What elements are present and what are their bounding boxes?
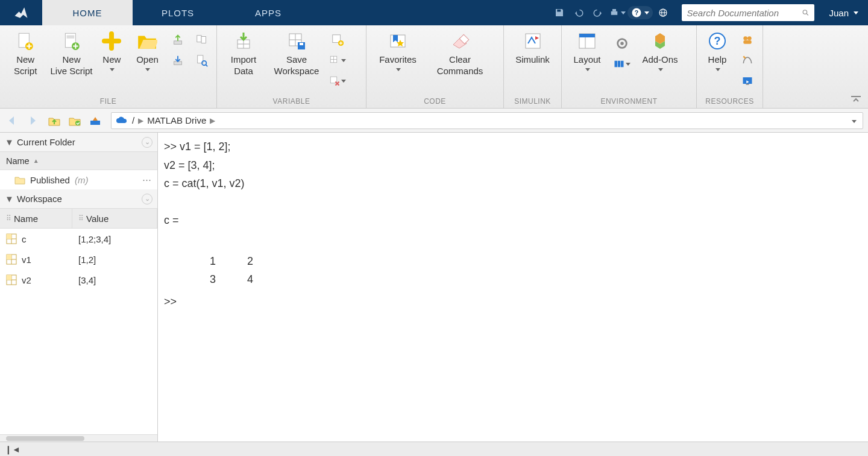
left-scrollbar[interactable] (0, 434, 157, 442)
request-support-icon[interactable] (739, 52, 756, 69)
svg-rect-13 (66, 35, 74, 38)
workspace-header[interactable]: ▼ Workspace ⌄ (0, 189, 157, 209)
print-icon[interactable] (608, 4, 626, 22)
current-folder-title: Current Folder (17, 137, 75, 147)
community-icon[interactable] (739, 31, 756, 48)
collapse-icon[interactable]: ▼ (5, 137, 13, 147)
command-line: >> v1 = [1, 2]; (164, 138, 862, 156)
more-icon[interactable]: ⋯ (142, 174, 151, 185)
folder-icon (14, 175, 25, 185)
import-data-label: ImportData (219, 54, 268, 77)
simulink-button[interactable]: Simulink (506, 29, 559, 66)
import-data-button[interactable]: ImportData (219, 29, 268, 77)
simulink-label: Simulink (506, 54, 559, 66)
section-label-environment: ENVIRONMENT (562, 96, 696, 108)
layout-dropdown[interactable]: Layout (564, 29, 610, 72)
ribbon-section-variable: ImportData SaveWorkspace VARIABLE (217, 25, 366, 108)
command-line: v2 = [3, 4]; (164, 156, 862, 175)
save-workspace-button[interactable]: SaveWorkspace (268, 29, 326, 77)
open-dropdown[interactable]: Open (129, 29, 166, 72)
new-script-button[interactable]: NewScript (2, 29, 48, 77)
svg-text:?: ? (714, 35, 721, 47)
workspace-variable-row[interactable]: v2[3,4] (0, 270, 157, 290)
undo-icon[interactable] (570, 4, 588, 22)
svg-rect-51 (743, 40, 751, 44)
collapse-icon[interactable]: ▼ (5, 194, 13, 204)
panel-options-icon[interactable]: ⌄ (142, 137, 153, 148)
folder-item-published[interactable]: Published (m) ⋯ (0, 170, 157, 189)
variable-icon (6, 233, 17, 244)
preferences-icon[interactable] (614, 35, 631, 52)
username-label: Juan (829, 8, 849, 18)
new-live-script-label: NewLive Script (48, 54, 94, 77)
command-window[interactable]: >> v1 = [1, 2];v2 = [3, 4];c = cat(1, v1… (158, 133, 868, 442)
redo-icon[interactable] (589, 4, 607, 22)
save-workspace-label: SaveWorkspace (268, 54, 326, 77)
section-label-file: FILE (0, 96, 216, 108)
svg-rect-60 (7, 234, 11, 239)
download-icon[interactable] (169, 52, 186, 69)
new-variable-icon[interactable] (329, 31, 346, 48)
tab-plots[interactable]: PLOTS (133, 0, 223, 25)
workspace-variable-row[interactable]: c[1,2;3,4] (0, 229, 157, 249)
path-segment[interactable]: MATLAB Drive (147, 115, 206, 125)
panel-options-icon[interactable]: ⌄ (142, 194, 153, 204)
matlab-drive-icon[interactable] (87, 112, 104, 129)
workspace-col-name[interactable]: ⠿Name (0, 209, 72, 228)
chevron-right-icon[interactable]: ▶ (210, 116, 215, 125)
browse-folder-icon[interactable] (66, 112, 83, 129)
address-bar: / ▶ MATLAB Drive ▶ (0, 109, 868, 133)
clear-workspace-icon[interactable] (329, 72, 346, 89)
search-documentation[interactable] (682, 4, 814, 21)
tab-home[interactable]: HOME (42, 0, 133, 25)
matlab-logo (0, 0, 42, 25)
find-files-icon[interactable] (193, 52, 210, 69)
new-script-label: NewScript (2, 54, 48, 77)
title-bar: HOME PLOTS APPS ? Juan (0, 0, 868, 25)
current-path[interactable]: / ▶ MATLAB Drive ▶ (111, 112, 863, 129)
user-menu[interactable]: Juan (819, 0, 868, 25)
svg-rect-38 (526, 34, 540, 48)
path-history-dropdown[interactable] (848, 115, 859, 125)
new-live-script-button[interactable]: NewLive Script (48, 29, 94, 77)
svg-rect-29 (300, 43, 303, 45)
globe-icon[interactable] (654, 4, 672, 22)
svg-rect-1 (611, 11, 618, 15)
section-label-code: CODE (366, 96, 503, 108)
forward-button[interactable] (25, 112, 42, 129)
svg-rect-53 (746, 84, 749, 85)
svg-rect-52 (743, 77, 752, 84)
current-folder-columns[interactable]: Name ▲ (0, 152, 157, 170)
path-root[interactable]: / (132, 115, 134, 125)
rewind-icon[interactable]: ❙◄ (5, 445, 20, 454)
compare-files-icon[interactable] (193, 31, 210, 48)
svg-point-43 (620, 42, 624, 45)
workspace-columns: ⠿Name ⠿Value (0, 209, 157, 229)
current-folder-header[interactable]: ▼ Current Folder ⌄ (0, 133, 157, 152)
help-dropdown[interactable]: ? (627, 6, 653, 19)
open-variable-icon[interactable] (329, 52, 346, 69)
ribbon-section-code: Favorites ClearCommands CODE (366, 25, 504, 108)
save-icon[interactable] (550, 4, 568, 22)
set-path-icon[interactable] (614, 55, 631, 72)
upload-icon[interactable] (169, 31, 186, 48)
tab-apps[interactable]: APPS (223, 0, 313, 25)
help-label: Help (708, 54, 727, 65)
ribbon-tabs: HOME PLOTS APPS (42, 0, 313, 25)
clear-commands-dropdown[interactable]: ClearCommands (427, 29, 493, 77)
search-input[interactable] (687, 8, 802, 18)
addons-dropdown[interactable]: Add-Ons (634, 29, 686, 72)
help-dropdown-ribbon[interactable]: ? Help (699, 29, 735, 72)
workspace-col-value[interactable]: ⠿Value (72, 209, 157, 228)
favorites-dropdown[interactable]: Favorites (369, 29, 427, 72)
back-button[interactable] (5, 112, 22, 129)
new-dropdown[interactable]: New (95, 29, 129, 72)
learn-icon[interactable] (739, 72, 756, 89)
quick-access-toolbar: ? (550, 0, 677, 25)
up-folder-icon[interactable] (46, 112, 63, 129)
workspace-title: Workspace (17, 194, 62, 204)
chevron-right-icon[interactable]: ▶ (138, 116, 143, 125)
minimize-ribbon-icon[interactable] (850, 95, 862, 104)
variable-icon (6, 254, 17, 265)
workspace-variable-row[interactable]: v1[1,2] (0, 249, 157, 270)
